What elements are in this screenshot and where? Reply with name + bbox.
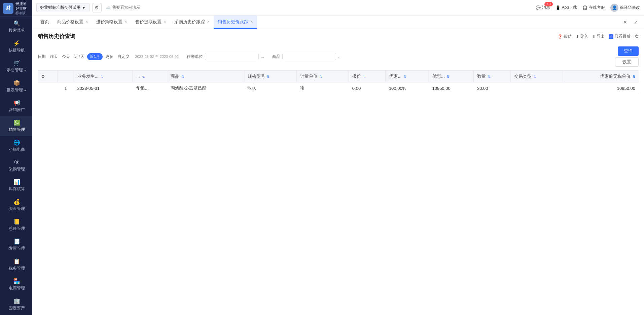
cell-discount2: 10950.00 <box>429 82 474 94</box>
table-container: ⚙ 业务发生... ⇅ ... ⇅ 商品 ⇅ <box>32 70 644 315</box>
sidebar-item-ledger[interactable]: 📒 总账管理 <box>0 215 32 235</box>
export-icon: ⬆ <box>592 34 596 39</box>
tab-close-purchase-history[interactable]: ✕ <box>207 20 210 24</box>
settings-gear-button[interactable]: ⚙ <box>92 3 102 12</box>
from-unit-input[interactable] <box>205 53 259 60</box>
product-input[interactable] <box>282 53 336 60</box>
sidebar-item-ecom[interactable]: 🌐 小畅电商 <box>0 136 32 156</box>
date-opt-more[interactable]: 更多 <box>104 53 115 60</box>
avatar: 👤 <box>610 4 618 12</box>
filter-bar: 日期 昨天 今天 近7天 近1月 更多 自定义 2023-05-02 至 202… <box>32 43 644 70</box>
sidebar-item-finance[interactable]: 💰 资金管理 <box>0 195 32 215</box>
tab-home[interactable]: 首页 <box>36 15 53 29</box>
cell-product: 丙烯酸-2-乙基己酯 <box>167 82 244 94</box>
from-unit-filter: 往来单位 ... <box>187 53 264 60</box>
cell-date: 2023-05-31 <box>74 82 133 94</box>
table-row: 1 2023-05-31 华追... 丙烯酸-2-乙基己酯 散水 吨 0.00 … <box>38 82 639 94</box>
from-unit-dots[interactable]: ... <box>261 54 264 59</box>
last-only-checkbox[interactable]: ✓ 只看最后一次 <box>609 34 639 39</box>
sidebar-item-search[interactable]: 🔍 搜索菜单 <box>0 17 32 37</box>
date-opt-1month[interactable]: 近1月 <box>87 53 103 60</box>
date-opt-today[interactable]: 今天 <box>61 53 71 60</box>
expand-window-button[interactable]: ⤢ <box>632 18 640 26</box>
tab-price[interactable]: 商品价格设置 ✕ <box>53 15 92 29</box>
th-more[interactable]: ... ⇅ <box>133 71 167 82</box>
close-window-button[interactable]: ✕ <box>621 18 629 26</box>
cell-pretax-price: 10950.00 <box>563 82 639 94</box>
dropdown-chevron-icon: ▼ <box>82 5 86 10</box>
help-button[interactable]: ❓ 帮助 <box>558 34 572 39</box>
mobile-icon: 📱 <box>556 5 561 10</box>
tab-close-price[interactable]: ✕ <box>85 20 88 24</box>
sort-icon-product: ⇅ <box>181 75 184 78</box>
th-product[interactable]: 商品 ⇅ <box>167 71 244 82</box>
date-opt-yesterday[interactable]: 昨天 <box>48 53 59 60</box>
sidebar-item-retail[interactable]: 🛒 零售管理 ▲ <box>0 57 32 76</box>
search-icon: 🔍 <box>13 20 20 27</box>
export-button[interactable]: ⬆ 导出 <box>592 34 605 39</box>
sidebar-item-nav[interactable]: ⚡ 快捷导航 <box>0 37 32 57</box>
sort-icon-discount2: ⇅ <box>446 75 449 78</box>
product-label: 商品 <box>272 54 280 60</box>
tab-purchase-history[interactable]: 采购历史价跟踪 ✕ <box>170 15 214 29</box>
app-name: 畅捷通好业财 标准版 <box>15 1 30 15</box>
product-dots[interactable]: ... <box>338 54 342 59</box>
query-button[interactable]: 查询 <box>618 46 639 56</box>
th-price[interactable]: 报价 ⇅ <box>349 71 386 82</box>
th-quantity[interactable]: 数量 ⇅ <box>474 71 510 82</box>
sidebar-item-purchase[interactable]: 🛍 采购管理 <box>0 156 32 175</box>
tab-close-extract[interactable]: ✕ <box>164 20 166 24</box>
sidebar: 财 畅捷通好业财 标准版 🔍 搜索菜单 ⚡ 快捷导航 🛒 零售管理 ▲ 📦 批发… <box>0 0 32 315</box>
sidebar-item-tax[interactable]: 📋 税务管理 <box>0 255 32 275</box>
page-header: 销售历史价查询 ❓ 帮助 ⬇ 导入 ⬆ 导出 ✓ 只看最后一次 <box>32 29 644 43</box>
th-trade-type[interactable]: 交易类型 ⇅ <box>510 71 563 82</box>
date-opt-custom[interactable]: 自定义 <box>116 53 131 60</box>
import-icon: ⬇ <box>576 34 579 39</box>
th-index <box>57 71 74 82</box>
sidebar-item-wholesale[interactable]: 📦 批发管理 ▲ <box>0 76 32 96</box>
import-button[interactable]: ⬇ 导入 <box>576 34 588 39</box>
sidebar-item-inventory[interactable]: 📊 库存核算 <box>0 175 32 195</box>
demo-button[interactable]: ☁️ 我要看实例演示 <box>106 5 140 10</box>
date-opt-7days[interactable]: 近7天 <box>73 53 86 60</box>
app-download-button[interactable]: 📱 App下载 <box>556 5 577 10</box>
sidebar-item-invoice[interactable]: 🧾 发票管理 <box>0 235 32 255</box>
tab-strategy[interactable]: 进价策略设置 ✕ <box>92 15 131 29</box>
th-discount2[interactable]: 优惠... ⇅ <box>429 71 474 82</box>
online-service-button[interactable]: 🎧 在线客服 <box>582 5 605 10</box>
sidebar-item-ecommerce[interactable]: 🏪 电商管理 <box>0 275 32 294</box>
tab-extract[interactable]: 售价提取设置 ✕ <box>131 15 170 29</box>
main-area: 好业财标准版交付试用 ▼ ⚙ ☁️ 我要看实例演示 💬 消息 99+ 📱 App… <box>32 0 644 315</box>
tax-icon: 📋 <box>13 258 20 265</box>
version-dropdown[interactable]: 好业财标准版交付试用 ▼ <box>36 3 90 12</box>
tab-sales-history[interactable]: 销售历史价跟踪 ✕ <box>214 15 257 29</box>
cell-trade-type <box>510 82 563 94</box>
headset-icon: 🎧 <box>582 5 587 10</box>
tab-close-sales-history[interactable]: ✕ <box>250 20 253 24</box>
th-config[interactable]: ⚙ <box>38 71 57 82</box>
sort-icon-date: ⇅ <box>100 75 103 78</box>
tab-close-strategy[interactable]: ✕ <box>124 20 127 24</box>
message-button[interactable]: 💬 消息 99+ <box>536 5 550 10</box>
sidebar-item-assets[interactable]: 🏢 固定资产 <box>0 294 32 314</box>
nav-icon: ⚡ <box>13 40 20 46</box>
sidebar-item-sales[interactable]: 💹 销售管理 <box>0 116 32 136</box>
sidebar-item-marketing[interactable]: 📢 营销推广 <box>0 96 32 116</box>
date-range: 2023-05-02 至 2023-06-02 <box>135 54 179 59</box>
th-pretax-price[interactable]: 优惠前无税单价 ⇅ <box>563 71 639 82</box>
finance-icon: 💰 <box>13 199 20 205</box>
ecommerce-icon: 🏪 <box>13 278 20 284</box>
question-icon: ❓ <box>558 34 563 39</box>
date-filter-label: 日期 <box>38 54 46 60</box>
settings-button[interactable]: 设置 <box>615 57 639 67</box>
cell-more: 华追... <box>133 82 167 94</box>
page-content: 销售历史价查询 ❓ 帮助 ⬇ 导入 ⬆ 导出 ✓ 只看最后一次 <box>32 29 644 315</box>
page-actions: ❓ 帮助 ⬇ 导入 ⬆ 导出 ✓ 只看最后一次 <box>558 34 639 39</box>
th-spec[interactable]: 规格型号 ⇅ <box>244 71 296 82</box>
user-menu-button[interactable]: 👤 徐泽华修改 <box>610 4 640 12</box>
th-unit[interactable]: 计量单位 ⇅ <box>296 71 349 82</box>
assets-icon: 🏢 <box>13 298 20 304</box>
th-date[interactable]: 业务发生... ⇅ <box>74 71 133 82</box>
th-discount1[interactable]: 优惠... ⇅ <box>386 71 429 82</box>
cell-discount1: 100.00% <box>386 82 429 94</box>
